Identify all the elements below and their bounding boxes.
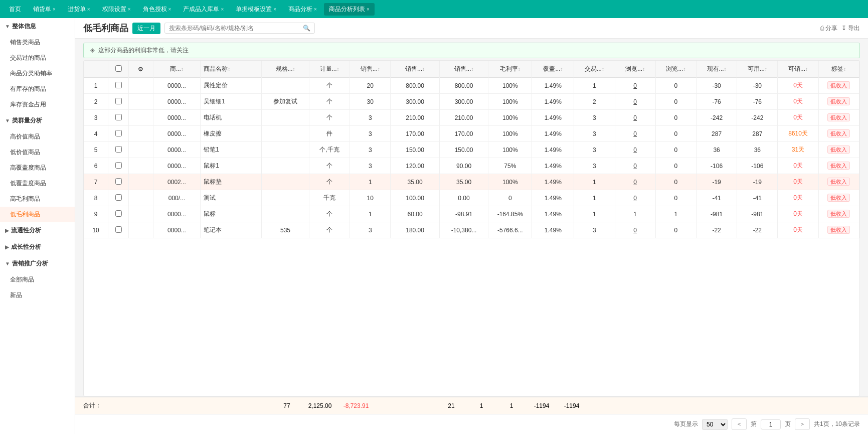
row-view1[interactable]: 0	[615, 174, 655, 190]
sidebar-item-new-goods[interactable]: 新品	[0, 287, 75, 303]
search-icon[interactable]: 🔍	[303, 25, 310, 32]
sidebar-item-in-stock[interactable]: 有库存的商品	[0, 81, 75, 97]
col-header-view1[interactable]: 浏览...↕	[615, 61, 655, 78]
nav-product-entry[interactable]: 产成品入库单 ×	[178, 3, 229, 16]
col-header-sales-price[interactable]: 销售...↕	[391, 61, 439, 78]
sidebar-item-stock-capital[interactable]: 库存资金占用	[0, 97, 75, 112]
col-header-view2[interactable]: 浏览...↕	[655, 61, 696, 78]
col-header-sales-amt[interactable]: 销售...↕	[439, 61, 488, 78]
nav-close-purchase[interactable]: ×	[87, 7, 90, 12]
row-check[interactable]	[108, 78, 129, 94]
row-check[interactable]	[108, 206, 129, 222]
nav-role[interactable]: 角色授权 ×	[138, 3, 177, 16]
row-check[interactable]	[108, 126, 129, 142]
sidebar-item-low-margin[interactable]: 低毛利商品	[0, 207, 75, 222]
row-check[interactable]	[108, 142, 129, 158]
sidebar-item-high-margin[interactable]: 高毛利商品	[0, 191, 75, 207]
row-code: 0000...	[153, 126, 201, 142]
nav-goods-analysis[interactable]: 商品分析 ×	[283, 3, 322, 16]
row-num: 2	[84, 94, 108, 110]
col-header-trans[interactable]: 交易...↕	[574, 61, 615, 78]
sidebar-group-growth[interactable]: ▶ 成长性分析	[0, 239, 75, 255]
row-checkbox[interactable]	[115, 114, 122, 120]
sidebar-item-category-rate[interactable]: 商品分类助销率	[0, 66, 75, 81]
sidebar-group-circulation[interactable]: ▶ 流通性分析	[0, 222, 75, 239]
sidebar-item-traded-goods[interactable]: 交易过的商品	[0, 50, 75, 66]
row-checkbox[interactable]	[115, 194, 122, 201]
share-btn[interactable]: ⎙ 分享	[820, 24, 837, 33]
row-checkbox[interactable]	[115, 146, 122, 153]
nav-close-sales[interactable]: ×	[53, 7, 56, 12]
sidebar-collapse-btn[interactable]: «	[75, 28, 75, 48]
nav-close-template[interactable]: ×	[273, 7, 276, 12]
row-checkbox[interactable]	[115, 98, 122, 104]
export-btn[interactable]: ↧ 导出	[841, 24, 860, 33]
filter-recent-month-btn[interactable]: 近一月	[132, 23, 160, 34]
row-view1[interactable]: 0	[615, 94, 655, 110]
col-header-cover-rate[interactable]: 覆盖...↕	[532, 61, 574, 78]
sidebar-item-all-goods[interactable]: 全部商品	[0, 272, 75, 287]
nav-template-setting[interactable]: 单据模板设置 ×	[231, 3, 281, 16]
nav-home[interactable]: 首页	[4, 3, 26, 16]
col-header-unit[interactable]: 计量...↕	[309, 61, 350, 78]
row-checkbox[interactable]	[115, 130, 122, 136]
col-header-name[interactable]: 商品名称↕	[201, 61, 262, 78]
sidebar-group-cluster[interactable]: ▼ 类群量分析	[0, 112, 75, 129]
row-check[interactable]	[108, 174, 129, 190]
row-view1[interactable]: 0	[615, 110, 655, 126]
sidebar-item-high-value[interactable]: 高价值商品	[0, 129, 75, 144]
row-view1[interactable]: 1	[615, 206, 655, 222]
sidebar-item-low-value[interactable]: 低价值商品	[0, 144, 75, 160]
row-check[interactable]	[108, 222, 129, 238]
col-header-sellable[interactable]: 可销...↕	[778, 61, 818, 78]
row-check[interactable]	[108, 94, 129, 110]
row-checkbox[interactable]	[115, 82, 122, 88]
sidebar-group-overall[interactable]: ▼ 整体信息	[0, 18, 75, 35]
row-sales-qty: 3	[350, 222, 391, 238]
row-view1[interactable]: 0	[615, 158, 655, 174]
col-header-gross-rate[interactable]: 毛利率↕	[488, 61, 532, 78]
row-view1[interactable]: 0	[615, 190, 655, 206]
nav-sales-order[interactable]: 销货单 ×	[28, 3, 61, 16]
row-view1[interactable]: 0	[615, 142, 655, 158]
nav-goods-analysis-list[interactable]: 商品分析列表 ×	[324, 3, 375, 16]
col-header-stock[interactable]: 现有...↕	[697, 61, 737, 78]
sidebar-group-marketing[interactable]: ▼ 营销推广分析	[0, 255, 75, 272]
col-header-code[interactable]: 商...↕	[153, 61, 201, 78]
next-page-btn[interactable]: ＞	[795, 418, 810, 430]
sidebar-item-sales-goods[interactable]: 销售类商品	[0, 35, 75, 50]
col-header-spec[interactable]: 规格...↕	[262, 61, 309, 78]
nav-close-role[interactable]: ×	[168, 7, 171, 12]
page-input[interactable]	[761, 419, 781, 429]
sidebar-item-low-coverage[interactable]: 低覆盖度商品	[0, 176, 75, 191]
row-check[interactable]	[108, 190, 129, 206]
row-view1[interactable]: 0	[615, 78, 655, 94]
row-checkbox[interactable]	[115, 162, 122, 169]
row-sales-amt: 300.00	[439, 94, 488, 110]
col-header-sales-qty[interactable]: 销售...↕	[350, 61, 391, 78]
row-check[interactable]	[108, 110, 129, 126]
nav-close-product-entry[interactable]: ×	[221, 7, 224, 12]
search-input[interactable]	[169, 25, 301, 32]
prev-page-btn[interactable]: ＜	[732, 418, 747, 430]
row-setting	[128, 222, 153, 238]
nav-purchase-order[interactable]: 进货单 ×	[63, 3, 95, 16]
nav-close-goods-analysis[interactable]: ×	[314, 7, 317, 12]
col-header-avail[interactable]: 可用...↕	[737, 61, 778, 78]
nav-close-goods-list[interactable]: ×	[367, 7, 370, 12]
col-header-tag[interactable]: 标签↕	[818, 61, 859, 78]
row-sales-qty: 3	[350, 126, 391, 142]
table-row: 8 000/... 测试 千克 10 100.00 0.00 0 1.49% 1…	[84, 190, 859, 206]
nav-close-permission[interactable]: ×	[128, 7, 131, 12]
row-checkbox[interactable]	[115, 210, 122, 217]
col-header-setting[interactable]: ⚙	[128, 61, 153, 78]
row-checkbox[interactable]	[115, 226, 122, 233]
per-page-select[interactable]: 50 100 200	[702, 419, 728, 430]
row-view1[interactable]: 0	[615, 126, 655, 142]
sidebar-item-high-coverage[interactable]: 高覆盖度商品	[0, 160, 75, 176]
nav-permission[interactable]: 权限设置 ×	[97, 3, 136, 16]
row-checkbox[interactable]	[115, 178, 122, 185]
select-all-checkbox[interactable]	[115, 65, 122, 72]
row-view1[interactable]: 0	[615, 222, 655, 238]
row-check[interactable]	[108, 158, 129, 174]
